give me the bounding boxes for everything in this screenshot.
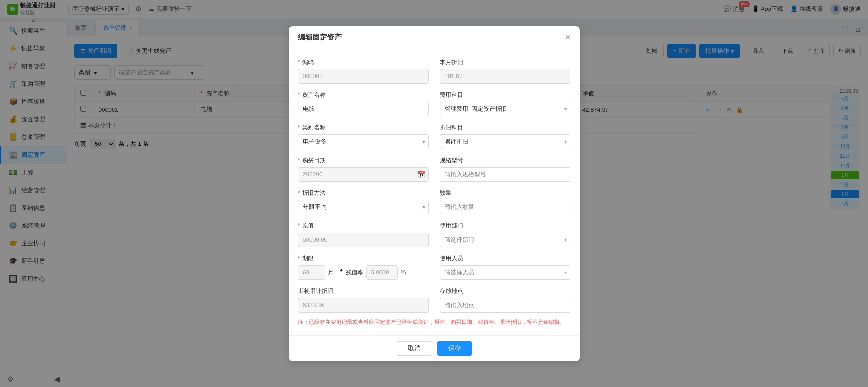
initial-depr-label: 期初累计折旧 xyxy=(298,287,429,295)
form-item-period: * 期限 月 * 残值率 % xyxy=(298,254,429,280)
category-select-wrap: ▾ xyxy=(298,134,429,149)
original-value-label: * 原值 xyxy=(298,222,429,230)
purchase-date-label: * 购买日期 xyxy=(298,156,429,164)
purchase-date-input[interactable] xyxy=(298,167,429,182)
period-unit-label: 月 xyxy=(328,268,334,277)
expense-subject-select-wrap: ▾ xyxy=(440,102,570,116)
modal-header: 编辑固定资产 × xyxy=(289,26,580,49)
period-input[interactable] xyxy=(298,265,325,280)
form-item-department: 使用部门 ▾ xyxy=(440,222,570,247)
code-label: * 编码 xyxy=(298,58,429,66)
residual-rate-unit-label: % xyxy=(401,269,406,276)
form-item-initial-depr: 期初累计折旧 xyxy=(298,287,429,313)
location-input[interactable] xyxy=(440,298,570,313)
category-input[interactable] xyxy=(298,134,429,149)
purchase-date-wrap: 📅 xyxy=(298,167,429,182)
depr-subject-input[interactable] xyxy=(440,134,570,149)
depr-subject-label: 折旧科目 xyxy=(440,124,570,132)
form-item-personnel: 使用人员 ▾ xyxy=(440,254,570,280)
form-item-code: * 编码 xyxy=(298,58,429,84)
modal-close-icon[interactable]: × xyxy=(565,33,570,42)
expense-subject-label: 费用科目 xyxy=(440,91,570,99)
spec-model-input[interactable] xyxy=(440,167,570,182)
spec-model-label: 规格型号 xyxy=(440,156,570,164)
depr-method-select-wrap: ▾ xyxy=(298,200,429,214)
form-item-quantity: 数量 xyxy=(440,189,570,214)
cancel-button[interactable]: 取消 xyxy=(397,341,432,356)
personnel-select-wrap: ▾ xyxy=(440,265,570,280)
period-row: 月 * 残值率 % xyxy=(298,265,429,280)
form-grid: * 编码 本月折旧 * 资产名称 xyxy=(298,58,570,313)
modal-body: * 编码 本月折旧 * 资产名称 xyxy=(289,49,580,335)
department-label: 使用部门 xyxy=(440,222,570,230)
form-item-expense-subject: 费用科目 ▾ xyxy=(440,91,570,116)
quantity-label: 数量 xyxy=(440,189,570,197)
form-item-original-value: * 原值 xyxy=(298,222,429,247)
modal-overlay: 编辑固定资产 × * 编码 本月折旧 xyxy=(0,0,868,387)
form-item-location: 存放地点 xyxy=(440,287,570,313)
residual-rate-input[interactable] xyxy=(366,265,398,280)
save-button[interactable]: 保存 xyxy=(437,341,472,356)
department-input[interactable] xyxy=(440,233,570,247)
form-item-depr-subject: 折旧科目 ▾ xyxy=(440,124,570,149)
category-label: * 类别名称 xyxy=(298,124,429,132)
quantity-input[interactable] xyxy=(440,200,570,214)
form-note: 注：已经存在变更记录或者对应固定资产已经生成凭证，原值、购买日期、残值率、累计折… xyxy=(298,318,570,326)
edit-asset-modal: 编辑固定资产 × * 编码 本月折旧 xyxy=(289,26,580,361)
name-label: * 资产名称 xyxy=(298,91,429,99)
monthly-depr-label: 本月折旧 xyxy=(440,58,570,66)
req-star-residual: * xyxy=(340,268,343,277)
depr-method-label: * 折旧方法 xyxy=(298,189,429,197)
personnel-input[interactable] xyxy=(440,265,570,280)
location-label: 存放地点 xyxy=(440,287,570,295)
modal-title: 编辑固定资产 xyxy=(298,33,342,42)
name-input[interactable] xyxy=(298,102,429,116)
form-item-name: * 资产名称 xyxy=(298,91,429,116)
department-select-wrap: ▾ xyxy=(440,233,570,247)
personnel-label: 使用人员 xyxy=(440,254,570,263)
form-item-spec-model: 规格型号 xyxy=(440,156,570,182)
form-item-purchase-date: * 购买日期 📅 xyxy=(298,156,429,182)
original-value-input[interactable] xyxy=(298,233,429,247)
form-item-monthly-depr: 本月折旧 xyxy=(440,58,570,84)
form-item-category: * 类别名称 ▾ xyxy=(298,124,429,149)
initial-depr-input[interactable] xyxy=(298,298,429,313)
residual-rate-label: 残值率 xyxy=(346,268,363,277)
code-input[interactable] xyxy=(298,69,429,84)
depr-subject-select-wrap: ▾ xyxy=(440,134,570,149)
depr-method-input[interactable] xyxy=(298,200,429,214)
form-item-depr-method: * 折旧方法 ▾ xyxy=(298,189,429,214)
period-label: * 期限 xyxy=(298,254,429,263)
modal-footer: 取消 保存 xyxy=(289,335,580,361)
monthly-depr-input[interactable] xyxy=(440,69,570,84)
expense-subject-input[interactable] xyxy=(440,102,570,116)
